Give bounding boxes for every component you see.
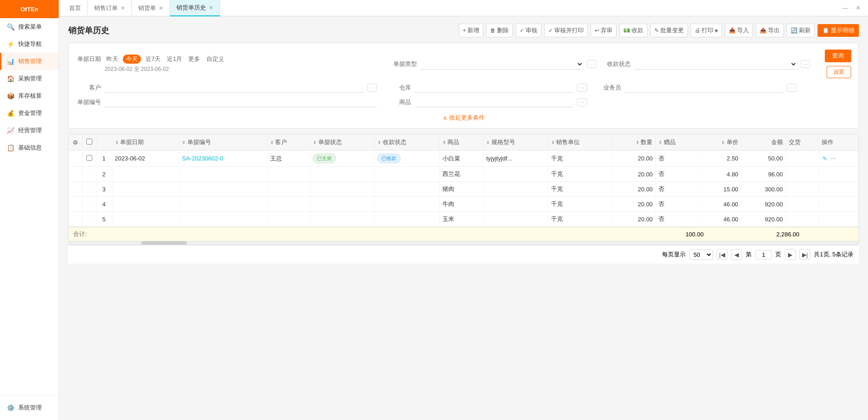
page-label: 第 — [746, 250, 752, 259]
more-btn[interactable]: 更多 — [186, 55, 202, 64]
sidebar-item-inventory[interactable]: 📦 库存核算 — [0, 87, 59, 105]
row5-date — [112, 212, 179, 227]
qty-col-header[interactable]: ⬍ 数量 — [613, 135, 656, 150]
row1-edit-action[interactable]: ✎ — [823, 155, 827, 162]
checkbox-col-header[interactable] — [82, 135, 96, 150]
approve-button[interactable]: ✓ 审核 — [516, 24, 542, 37]
per-page-select[interactable]: 50 100 200 — [689, 250, 713, 260]
scrollbar-thumb[interactable] — [141, 241, 187, 245]
customer-col-header[interactable]: ⬍ 客户 — [267, 135, 310, 150]
export-button[interactable]: 📤 导出 — [756, 24, 784, 37]
row1-checkbox[interactable] — [82, 150, 96, 167]
payment-select[interactable] — [634, 59, 797, 70]
tab-sales-goods[interactable]: 销货单 ✕ — [132, 0, 170, 16]
warehouse-input[interactable] — [415, 83, 573, 93]
print-button[interactable]: 🖨 打印 ▾ — [691, 24, 722, 37]
status-col-header[interactable]: ⬍ 单据状态 — [310, 135, 374, 150]
price-col-header[interactable]: ⬍ 单价 — [698, 135, 741, 150]
reject-button[interactable]: ↩ 弃审 — [591, 24, 617, 37]
yesterday-btn[interactable]: 昨天 — [105, 55, 120, 64]
customer-ellipsis-btn[interactable]: ··· — [367, 84, 377, 92]
close-sales-goods-tab[interactable]: ✕ — [159, 5, 163, 11]
row4-qty: 20.00 — [613, 197, 656, 212]
warehouse-ellipsis-btn[interactable]: ··· — [577, 84, 587, 92]
payment-ellipsis-btn[interactable]: ··· — [801, 60, 810, 68]
refresh-button[interactable]: 🔄 刷新 — [787, 24, 815, 37]
sidebar-item-operation[interactable]: 📈 经营管理 — [0, 122, 59, 139]
custom-btn[interactable]: 自定义 — [205, 55, 226, 64]
setup-button[interactable]: 设置 — [827, 66, 851, 78]
row4-docno — [179, 197, 267, 212]
collapse-icon: ∧ — [443, 115, 447, 121]
first-page-btn[interactable]: |◀ — [717, 249, 728, 260]
approve-print-button[interactable]: ✓ 审核并打印 — [544, 24, 588, 37]
salesperson-ellipsis-btn[interactable]: ··· — [787, 84, 797, 92]
spec-col-sort-icon: ⬍ — [486, 140, 490, 145]
settings-col-header[interactable]: ⚙ — [69, 135, 82, 150]
tab-minimize-btn[interactable]: — — [839, 5, 852, 11]
row5-actions — [819, 212, 858, 227]
row3-qty: 20.00 — [613, 182, 656, 197]
collapse-button[interactable]: ∧ 收起更多条件 — [76, 112, 851, 125]
page-title: 销货单历史 — [68, 25, 459, 36]
gift-col-header[interactable]: ⬍ 赠品 — [656, 135, 698, 150]
type-select[interactable] — [421, 59, 583, 70]
page-number-input[interactable] — [755, 250, 772, 260]
sidebar-item-sales[interactable]: 📊 销售管理 — [0, 53, 59, 70]
last1month-btn[interactable]: 近1月 — [165, 55, 184, 64]
new-icon: + — [463, 27, 466, 34]
last-page-btn[interactable]: ▶| — [799, 249, 810, 260]
title-toolbar-row: 销货单历史 + 新增 🗑 删除 ✓ 审核 ✓ 审核并打印 — [68, 24, 859, 37]
goods-filter-label: 商品 — [386, 98, 411, 106]
delete-button[interactable]: 🗑 删除 — [486, 24, 513, 37]
sidebar-item-search[interactable]: 🔍 搜索菜单 — [0, 18, 59, 35]
row1-docno[interactable]: SA-20230602-0 — [179, 150, 267, 167]
goods-ellipsis-btn[interactable]: ··· — [577, 98, 587, 106]
type-filter-label: 单据类型 — [392, 60, 417, 68]
payment-col-header[interactable]: ⬍ 收款状态 — [375, 135, 439, 150]
row3-delivery — [786, 182, 819, 197]
type-ellipsis-btn[interactable]: ··· — [587, 60, 597, 68]
sidebar-item-basic[interactable]: 📋 基础信息 — [0, 139, 59, 156]
select-all-checkbox[interactable] — [86, 139, 92, 145]
tab-sales-order[interactable]: 销售订单 ✕ — [88, 0, 132, 16]
new-button[interactable]: + 新增 — [459, 24, 483, 37]
sidebar-item-system[interactable]: ⚙️ 系统管理 — [0, 399, 59, 416]
date-col-header[interactable]: ⬍ 单据日期 — [112, 135, 179, 150]
docno-col-header[interactable]: ⬍ 单据编号 — [179, 135, 267, 150]
today-btn[interactable]: 今天 — [123, 55, 141, 64]
next-page-btn[interactable]: ▶ — [785, 249, 796, 260]
row1-unit: 千克 — [548, 150, 612, 167]
payment-col-sort-icon: ⬍ — [377, 140, 381, 145]
row3-actions — [819, 182, 858, 197]
approve-icon: ✓ — [520, 27, 524, 34]
display-detail-button[interactable]: 📋 显示明细 — [818, 24, 859, 37]
sidebar-item-finance[interactable]: 💰 资金管理 — [0, 105, 59, 122]
pagination: 每页显示 50 100 200 |◀ ◀ 第 页 ▶ ▶| 共1页, 5条记录 — [68, 245, 859, 264]
spec-col-header[interactable]: ⬍ 规格型号 — [483, 135, 548, 150]
unit-col-header[interactable]: ⬍ 销售单位 — [548, 135, 612, 150]
close-history-tab[interactable]: ✕ — [209, 5, 213, 11]
row1-customer: 王总 — [267, 150, 310, 167]
sidebar-item-quicknav[interactable]: ⚡ 快捷导航 — [0, 35, 59, 53]
collect-button[interactable]: 💵 收款 — [619, 24, 647, 37]
row1-more-action[interactable]: ⋯ — [831, 155, 836, 162]
docno-input[interactable] — [105, 97, 377, 107]
goods-col-header[interactable]: ⬍ 商品 — [439, 135, 483, 150]
row2-gift: 否 — [656, 167, 698, 182]
customer-input[interactable] — [105, 83, 364, 93]
sidebar-item-purchase[interactable]: 🏠 采购管理 — [0, 70, 59, 87]
prev-page-btn[interactable]: ◀ — [731, 249, 742, 260]
last7days-btn[interactable]: 近7天 — [144, 55, 162, 64]
goods-input[interactable] — [415, 97, 573, 107]
horizontal-scrollbar[interactable] — [69, 241, 858, 245]
close-sales-order-tab[interactable]: ✕ — [120, 5, 125, 11]
tab-home[interactable]: 首页 — [63, 0, 88, 16]
batch-change-button[interactable]: ✎ 批量变更 — [650, 24, 688, 37]
import-button[interactable]: 📥 导入 — [725, 24, 753, 37]
salesperson-input[interactable] — [625, 83, 783, 93]
row1-check[interactable] — [86, 155, 92, 161]
query-button[interactable]: 查询 — [825, 50, 851, 62]
tab-sales-history[interactable]: 销货单历史 ✕ — [170, 0, 220, 16]
tab-close-btn[interactable]: ✕ — [852, 5, 864, 11]
